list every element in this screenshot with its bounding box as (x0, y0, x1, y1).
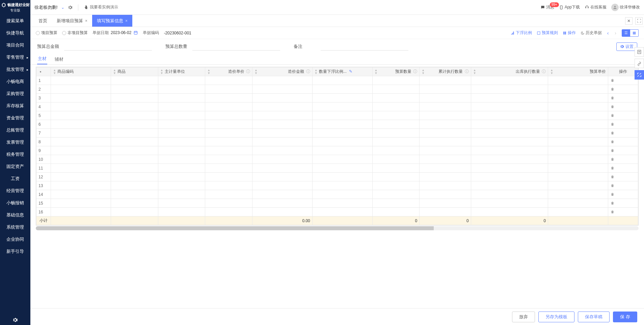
table-row[interactable]: 12 (36, 173, 638, 181)
cell[interactable] (252, 129, 313, 138)
cell[interactable] (51, 199, 111, 208)
sort-icon[interactable]: ▲▼ (550, 69, 553, 75)
sidebar-item-1[interactable]: 快捷导航 (0, 27, 30, 39)
cell[interactable] (372, 173, 420, 181)
close-tab-button[interactable]: ✕ (625, 17, 633, 25)
sidebar-item-9[interactable]: 总账管理 (0, 124, 30, 136)
col-header-2[interactable]: ▲▼商品 (111, 67, 158, 76)
cell[interactable] (111, 199, 158, 208)
cell[interactable] (372, 102, 420, 111)
cell[interactable] (158, 164, 205, 173)
cell[interactable] (420, 120, 471, 129)
sidebar-item-5[interactable]: 小畅电商 (0, 76, 30, 88)
col-header-9[interactable]: ▲▼出库执行数量 ⓘ (471, 67, 548, 76)
cell[interactable] (420, 155, 471, 164)
remark-input[interactable] (321, 42, 408, 51)
cell[interactable] (51, 111, 111, 120)
sidebar-item-16[interactable]: 基础信息 (0, 209, 30, 221)
cell[interactable] (111, 181, 158, 190)
sort-icon[interactable]: ▲▼ (315, 69, 318, 75)
col-header-5[interactable]: ▲▼造价金额 ⓘ (252, 67, 313, 76)
cell[interactable] (252, 181, 313, 190)
cell[interactable] (252, 164, 313, 173)
sidebar-settings[interactable] (0, 315, 30, 325)
cell[interactable] (205, 102, 252, 111)
cell[interactable] (51, 181, 111, 190)
cell[interactable] (548, 102, 608, 111)
cell[interactable] (420, 199, 471, 208)
col-header-3[interactable]: ▲▼主计量单位 (158, 67, 205, 76)
cell[interactable] (252, 190, 313, 199)
cell[interactable] (471, 76, 548, 85)
history-button[interactable]: 历史单据 (581, 30, 602, 36)
sort-icon[interactable]: ▲▼ (473, 69, 476, 75)
cell[interactable] (111, 138, 158, 146)
cell[interactable] (205, 208, 252, 216)
page-tab-2[interactable]: 填写预算信息× (92, 15, 132, 27)
cell[interactable] (420, 164, 471, 173)
sidebar-item-18[interactable]: 企业协同 (0, 233, 30, 245)
cell[interactable] (111, 76, 158, 85)
cell[interactable] (111, 208, 158, 216)
cell[interactable] (420, 94, 471, 102)
cell[interactable] (548, 155, 608, 164)
cell[interactable] (205, 111, 252, 120)
cell[interactable] (372, 146, 420, 155)
cell[interactable] (312, 199, 372, 208)
next-doc-button[interactable]: › (614, 30, 617, 36)
delete-row-button[interactable] (608, 146, 638, 155)
cell[interactable] (111, 190, 158, 199)
cell[interactable] (205, 120, 252, 129)
cell[interactable] (252, 102, 313, 111)
cell[interactable] (548, 138, 608, 146)
table-row[interactable]: 10 (36, 155, 638, 164)
cell[interactable] (548, 199, 608, 208)
cell[interactable] (420, 146, 471, 155)
delete-row-button[interactable] (608, 85, 638, 94)
cell[interactable] (252, 76, 313, 85)
cell[interactable] (205, 85, 252, 94)
help-icon[interactable]: ⓘ (245, 69, 250, 74)
cell[interactable] (312, 164, 372, 173)
cell[interactable] (372, 190, 420, 199)
operate-button[interactable]: 操作 (563, 30, 576, 36)
col-header-0[interactable] (36, 67, 51, 76)
cell[interactable] (372, 111, 420, 120)
cell[interactable] (205, 181, 252, 190)
cell[interactable] (471, 102, 548, 111)
delete-row-button[interactable] (608, 190, 638, 199)
delete-row-button[interactable] (608, 181, 638, 190)
sidebar-item-14[interactable]: 经营管理 (0, 185, 30, 197)
cell[interactable] (51, 94, 111, 102)
cell[interactable] (372, 76, 420, 85)
cell[interactable] (372, 129, 420, 138)
help-icon[interactable]: ⓘ (412, 69, 417, 74)
cell[interactable] (111, 85, 158, 94)
cell[interactable] (471, 129, 548, 138)
cell[interactable] (111, 94, 158, 102)
cell[interactable] (372, 85, 420, 94)
calendar-icon[interactable] (133, 30, 138, 35)
table-row[interactable]: 13 (36, 181, 638, 190)
cell[interactable] (548, 181, 608, 190)
cell[interactable] (420, 111, 471, 120)
float-ratio-button[interactable]: 下浮比例 (511, 30, 532, 36)
cell[interactable] (111, 102, 158, 111)
cell[interactable] (312, 129, 372, 138)
cell[interactable] (205, 164, 252, 173)
cell[interactable] (111, 120, 158, 129)
delete-row-button[interactable] (608, 155, 638, 164)
radio-non-project-budget[interactable]: 非项目预算 (62, 30, 88, 36)
cell[interactable] (51, 155, 111, 164)
save-button[interactable]: 保 存 (613, 312, 637, 322)
service-button[interactable]: 在线客服 (585, 4, 607, 10)
cell[interactable] (252, 155, 313, 164)
delete-row-button[interactable] (608, 208, 638, 216)
cell[interactable] (372, 164, 420, 173)
cell[interactable] (548, 208, 608, 216)
cell[interactable] (312, 85, 372, 94)
cell[interactable] (158, 208, 205, 216)
cell[interactable] (158, 155, 205, 164)
cell[interactable] (51, 129, 111, 138)
cell[interactable] (548, 94, 608, 102)
